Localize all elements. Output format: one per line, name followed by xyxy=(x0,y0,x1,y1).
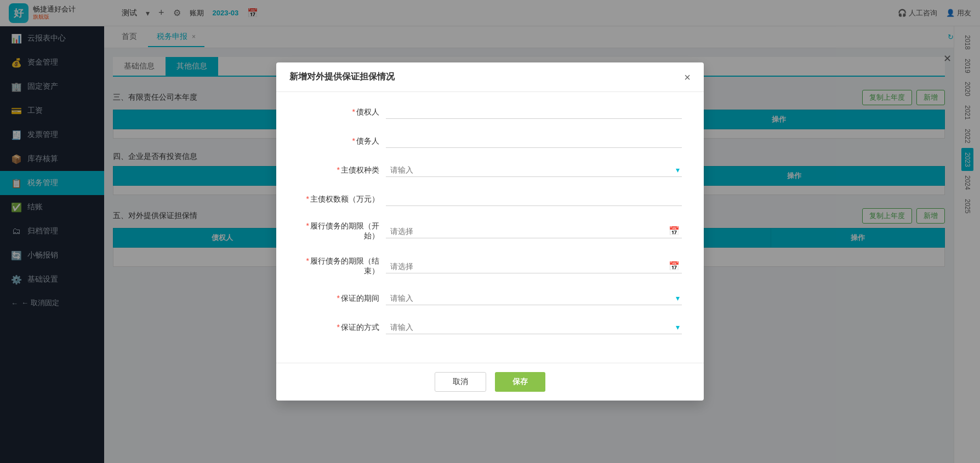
guarantee-period-select[interactable]: ▾ xyxy=(386,291,682,305)
modal-dialog: 新增对外提供保证担保情况 × *债权人 *债务人 *主债权种类 xyxy=(276,62,704,401)
guarantee-period-arrow: ▾ xyxy=(676,294,682,302)
main-creditor-type-input[interactable] xyxy=(386,163,676,176)
modal-body: *债权人 *债务人 *主债权种类 ▾ xyxy=(276,92,704,363)
save-button[interactable]: 保存 xyxy=(495,372,545,392)
main-creditor-type-select[interactable]: ▾ xyxy=(386,163,682,177)
form-label-creditor: *债权人 xyxy=(298,107,386,117)
debtor-input[interactable] xyxy=(386,134,682,148)
debt-period-start-input[interactable] xyxy=(386,225,669,238)
form-label-main-creditor-amount: *主债权数额（万元） xyxy=(298,195,386,204)
form-row-main-creditor-amount: *主债权数额（万元） xyxy=(298,192,682,206)
form-row-debtor: *债务人 xyxy=(298,134,682,148)
form-label-guarantee-method: *保证的方式 xyxy=(298,323,386,333)
form-row-debt-period-end: *履行债务的期限（结束） 📅 xyxy=(298,256,682,276)
form-row-guarantee-period: *保证的期间 ▾ xyxy=(298,291,682,305)
calendar-start-icon[interactable]: 📅 xyxy=(669,226,682,236)
modal-footer: 取消 保存 xyxy=(276,363,704,401)
guarantee-period-input[interactable] xyxy=(386,291,676,305)
form-label-debtor: *债务人 xyxy=(298,136,386,146)
form-label-debt-period-start: *履行债务的期限（开始） xyxy=(298,221,386,241)
guarantee-method-select[interactable]: ▾ xyxy=(386,321,682,334)
form-row-debt-period-start: *履行债务的期限（开始） 📅 xyxy=(298,221,682,241)
debt-period-end-picker[interactable]: 📅 xyxy=(386,260,682,273)
creditor-input[interactable] xyxy=(386,105,682,119)
form-row-creditor: *债权人 xyxy=(298,105,682,119)
form-label-guarantee-period: *保证的期间 xyxy=(298,294,386,304)
guarantee-method-arrow: ▾ xyxy=(676,323,682,331)
debt-period-start-picker[interactable]: 📅 xyxy=(386,225,682,238)
modal-title: 新增对外提供保证担保情况 xyxy=(289,71,395,83)
modal-overlay: 新增对外提供保证担保情况 × *债权人 *债务人 *主债权种类 xyxy=(0,0,980,463)
modal-close-button[interactable]: × xyxy=(684,72,691,83)
main-creditor-amount-input[interactable] xyxy=(386,192,682,206)
form-label-main-creditor-type: *主债权种类 xyxy=(298,165,386,175)
cancel-button[interactable]: 取消 xyxy=(435,372,486,392)
guarantee-method-input[interactable] xyxy=(386,321,676,334)
modal-header: 新增对外提供保证担保情况 × xyxy=(276,62,704,92)
main-creditor-type-arrow: ▾ xyxy=(676,165,682,174)
form-row-main-creditor-type: *主债权种类 ▾ xyxy=(298,163,682,177)
debt-period-end-input[interactable] xyxy=(386,260,669,273)
calendar-end-icon[interactable]: 📅 xyxy=(669,261,682,271)
form-row-guarantee-method: *保证的方式 ▾ xyxy=(298,321,682,334)
form-label-debt-period-end: *履行债务的期限（结束） xyxy=(298,256,386,276)
